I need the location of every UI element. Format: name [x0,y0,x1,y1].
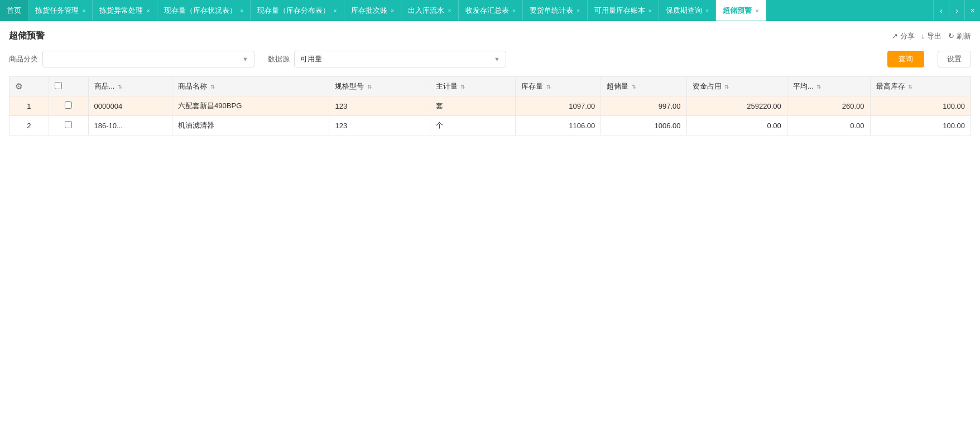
filter-row: 商品分类 ▼ 数据源 可用量 ▼ 查询 设置 [9,51,971,67]
nav-tab-label: 首页 [7,6,21,16]
select-all-checkbox[interactable] [55,82,62,89]
nav-bar: 首页拣货任务管理×拣货异常处理×现存量（库存状况表）×现存量（库存分布表）×库存… [0,0,980,21]
nav-tab-[interactable]: 收发存汇总表× [459,0,523,21]
col-checkbox-header [49,77,88,96]
nav-tab-close-icon[interactable]: × [240,7,243,14]
col-stock: 库存量 ⇅ [516,77,601,96]
col-unit: 主计量 ⇅ [430,77,515,96]
row-checkbox[interactable] [65,121,72,128]
col-overstock: 超储量 ⇅ [601,77,686,96]
datasource-label: 数据源 [268,54,290,64]
nav-tab-close-icon[interactable]: × [448,7,451,14]
data-table: ⚙ 商品... ⇅ 商品名称 ⇅ 规格型号 ⇅ 主计量 [9,76,971,135]
nav-close-arrow[interactable]: × [964,0,980,21]
nav-tab-[interactable]: 可用量库存账本× [588,0,659,21]
nav-arrows: ‹ › × [933,0,980,21]
nav-tab-label: 超储预警 [723,6,752,16]
row-max-stock: 100.00 [870,116,971,135]
nav-tab-close-icon[interactable]: × [333,7,337,14]
row-overstock: 1006.00 [601,116,686,135]
category-select[interactable]: ▼ [42,51,254,67]
share-icon: ↗ [892,32,898,40]
col-settings: ⚙ [9,77,49,96]
settings-gear-icon[interactable]: ⚙ [15,81,22,91]
page-title: 超储预警 [9,30,45,42]
row-index: 2 [9,116,49,135]
refresh-button[interactable]: ↻ 刷新 [948,31,971,41]
sort-max-stock-icon[interactable]: ⇅ [908,84,912,90]
nav-tab-close-icon[interactable]: × [648,7,652,14]
row-checkbox[interactable] [65,101,72,109]
row-index: 1 [9,96,49,116]
nav-tab-[interactable]: 要货单统计表× [523,0,587,21]
table-header-row: ⚙ 商品... ⇅ 商品名称 ⇅ 规格型号 ⇅ 主计量 [9,77,971,96]
nav-tab-label: 拣货异常处理 [99,6,143,16]
row-spec: 123 [329,96,430,116]
category-label: 商品分类 [9,54,38,64]
datasource-chevron-icon: ▼ [494,56,500,62]
export-icon: ↓ [921,32,925,40]
row-stock: 1097.00 [516,96,601,116]
col-max-stock: 最高库存 ⇅ [870,77,971,96]
sort-overstock-icon[interactable]: ⇅ [632,84,636,90]
nav-tab-label: 要货单统计表 [530,6,573,16]
nav-tab-label: 拣货任务管理 [35,6,79,16]
sort-product-code-icon[interactable]: ⇅ [118,84,122,90]
row-product-name: 机油滤清器 [172,116,329,135]
col-product-code: 商品... ⇅ [88,77,172,96]
nav-tab-close-icon[interactable]: × [391,7,394,14]
share-button[interactable]: ↗ 分享 [892,31,915,41]
category-filter-group: 商品分类 ▼ [9,51,254,67]
nav-tab-label: 收发存汇总表 [465,6,509,16]
nav-tab-[interactable]: 保质期查询× [659,0,716,21]
nav-tab-close-icon[interactable]: × [512,7,516,14]
sort-unit-icon[interactable]: ⇅ [460,84,465,90]
sort-product-name-icon[interactable]: ⇅ [210,84,215,90]
datasource-select[interactable]: 可用量 ▼ [294,51,506,67]
nav-prev-arrow[interactable]: ‹ [933,0,949,21]
row-checkbox-cell [49,116,88,135]
nav-tab-[interactable]: 超储预警× [716,0,766,21]
datasource-select-value: 可用量 [300,54,322,64]
nav-tab-[interactable]: 现存量（库存分布表）× [251,0,344,21]
nav-tab-close-icon[interactable]: × [705,7,709,14]
row-overstock: 997.00 [601,96,686,116]
nav-tab-label: 保质期查询 [666,6,702,16]
row-stock: 1106.00 [516,116,601,135]
col-product-name: 商品名称 ⇅ [172,77,329,96]
nav-tab-[interactable]: 拣货异常处理× [93,0,157,21]
nav-tab-label: 现存量（库存分布表） [257,6,330,16]
sort-avg-icon[interactable]: ⇅ [816,84,821,90]
sort-capital-icon[interactable]: ⇅ [724,84,729,90]
nav-tab-close-icon[interactable]: × [755,7,758,14]
row-unit: 个 [430,116,515,135]
export-button[interactable]: ↓ 导出 [921,31,942,41]
page-header: 超储预警 ↗ 分享 ↓ 导出 ↻ 刷新 [9,30,971,42]
nav-tab-[interactable]: 库存批次账× [344,0,401,21]
row-avg: 0.00 [787,116,870,135]
nav-tab-[interactable]: 现存量（库存状况表）× [157,0,251,21]
row-checkbox-cell [49,96,88,116]
nav-tab-[interactable]: 拣货任务管理× [28,0,93,21]
row-unit: 套 [430,96,515,116]
nav-tab-label: 库存批次账 [351,6,387,16]
nav-tab-close-icon[interactable]: × [577,7,580,14]
row-product-code: 0000004 [88,96,172,116]
set-button[interactable]: 设置 [938,51,971,67]
category-chevron-icon: ▼ [242,56,248,62]
row-spec: 123 [329,116,430,135]
nav-tab-label: 可用量库存账本 [594,6,645,16]
nav-tab-[interactable]: 出入库流水× [401,0,458,21]
table-row: 1 0000004 六配套新昌490BPG 123 套 1097.00 997.… [9,96,971,116]
query-button[interactable]: 查询 [887,51,924,67]
refresh-icon: ↻ [948,32,954,40]
nav-tab-close-icon[interactable]: × [146,7,150,14]
nav-tab-label: 现存量（库存状况表） [164,6,237,16]
page-content: 超储预警 ↗ 分享 ↓ 导出 ↻ 刷新 商品分类 ▼ 数据源 [0,21,980,446]
sort-spec-icon[interactable]: ⇅ [367,84,372,90]
nav-tab-[interactable]: 首页 [0,0,28,21]
nav-tab-close-icon[interactable]: × [82,7,85,14]
sort-stock-icon[interactable]: ⇅ [546,84,551,90]
nav-next-arrow[interactable]: › [949,0,964,21]
nav-tab-label: 出入库流水 [408,6,444,16]
